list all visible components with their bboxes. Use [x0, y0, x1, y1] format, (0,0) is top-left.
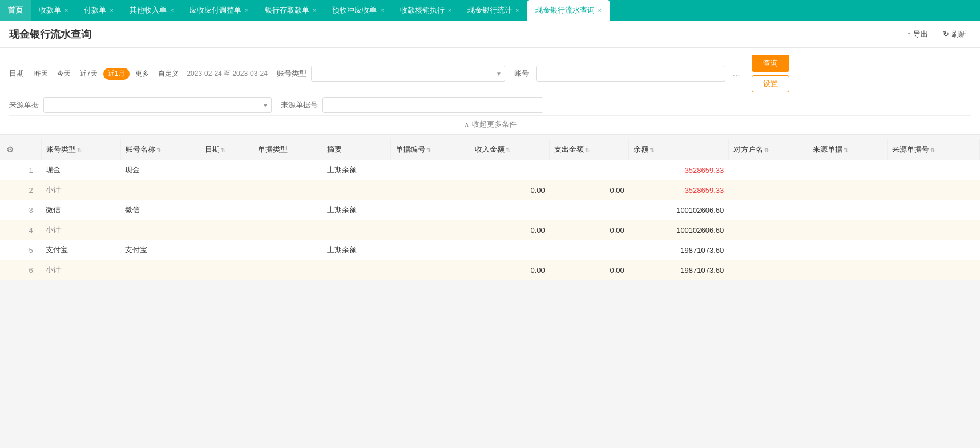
td-account-name: 微信: [120, 200, 200, 220]
th-source_doc_no[interactable]: 来源单据号⇅: [887, 139, 979, 160]
nav-item-receipt[interactable]: 收款单×: [31, 0, 76, 21]
source-doc-select[interactable]: [43, 97, 272, 113]
th-date[interactable]: 日期⇅: [200, 139, 253, 160]
td-date: [200, 260, 253, 280]
source-doc-no-filter-group: 来源单据号: [281, 97, 543, 113]
th-expense[interactable]: 支出金额⇅: [550, 139, 629, 160]
td-source-doc-no: [887, 240, 979, 260]
td-source-doc: [808, 200, 887, 220]
th-account_name[interactable]: 账号名称⇅: [120, 139, 200, 160]
nav-item-bank-deposit[interactable]: 银行存取款单×: [257, 0, 324, 21]
table-body: 1现金现金上期余额-3528659.332小计0.000.00-3528659.…: [0, 160, 980, 280]
td-account-type: 小计: [41, 180, 120, 200]
data-table: ⚙账号类型⇅账号名称⇅日期⇅单据类型摘要单据编号⇅收入金额⇅支出金额⇅余额⇅对方…: [0, 139, 980, 280]
date-shortcuts: 昨天今天近7天近1月更多自定义2023-02-24 至 2023-03-24: [31, 68, 268, 80]
header-actions: ↑ 导出 ↻ 刷新: [903, 27, 971, 42]
source-doc-label: 来源单据: [9, 100, 39, 110]
nav-close-bank-deposit[interactable]: ×: [313, 0, 316, 21]
source-doc-no-input[interactable]: [322, 97, 543, 113]
th-balance[interactable]: 余额⇅: [629, 139, 729, 160]
balance-value: -3528659.33: [682, 166, 724, 175]
td-balance: 19871073.60: [629, 240, 729, 260]
sort-icon-doc_no[interactable]: ⇅: [426, 147, 431, 153]
nav-close-verify-exec[interactable]: ×: [448, 0, 451, 21]
nav-item-verify-exec[interactable]: 收款核销执行×: [392, 0, 459, 21]
subtotal-label: 小计: [46, 265, 61, 274]
subtotal-label: 小计: [46, 185, 61, 194]
query-button[interactable]: 查询: [752, 55, 789, 72]
nav-item-cash-flow-query[interactable]: 现金银行流水查询×: [527, 0, 610, 21]
source-doc-filter-group: 来源单据: [9, 97, 272, 113]
td-source-doc-no: [887, 180, 979, 200]
table-row: 4小计0.000.00100102606.60: [0, 220, 980, 240]
account-more-icon[interactable]: ...: [730, 68, 742, 79]
sort-icon-account_name[interactable]: ⇅: [156, 147, 161, 153]
date-shortcut-更多[interactable]: 更多: [132, 68, 152, 80]
date-shortcut-自定义[interactable]: 自定义: [155, 68, 182, 80]
sort-icon-account_type[interactable]: ⇅: [77, 147, 82, 153]
th-doc_no[interactable]: 单据编号⇅: [391, 139, 470, 160]
date-shortcut-近1月[interactable]: 近1月: [103, 68, 130, 80]
sort-icon-income[interactable]: ⇅: [506, 147, 510, 153]
collapse-conditions[interactable]: ∧ 收起更多条件: [9, 115, 971, 130]
date-shortcut-近7天[interactable]: 近7天: [76, 68, 101, 80]
td-expense: 0.00: [550, 260, 629, 280]
td-counterpart: [728, 220, 808, 240]
settings-button[interactable]: 设置: [752, 75, 789, 92]
table-row: 1现金现金上期余额-3528659.33: [0, 160, 980, 180]
nav-close-other-income[interactable]: ×: [170, 0, 174, 21]
account-filter-group: 账号 ...: [514, 66, 743, 82]
nav-close-ar-ap-adjust[interactable]: ×: [245, 0, 248, 21]
sort-icon-date[interactable]: ⇅: [221, 147, 225, 153]
nav-close-cash-flow-query[interactable]: ×: [598, 0, 602, 21]
sort-icon-expense[interactable]: ⇅: [585, 147, 590, 153]
date-shortcut-昨天[interactable]: 昨天: [31, 68, 51, 80]
td-balance: 100102606.60: [629, 220, 729, 240]
nav-close-receipt[interactable]: ×: [64, 0, 68, 21]
nav-close-pre-receipt[interactable]: ×: [380, 0, 384, 21]
nav-item-pre-receipt[interactable]: 预收冲应收单×: [324, 0, 392, 21]
td-source-doc-no: [887, 160, 979, 180]
th-counterpart[interactable]: 对方户名⇅: [728, 139, 808, 160]
td-income: [470, 200, 550, 220]
account-type-select[interactable]: [311, 66, 505, 82]
td-account-type: 小计: [41, 260, 120, 280]
nav-close-cash-bank-stat[interactable]: ×: [515, 0, 519, 21]
nav-item-payment[interactable]: 付款单×: [76, 0, 121, 21]
table-container: ⚙账号类型⇅账号名称⇅日期⇅单据类型摘要单据编号⇅收入金额⇅支出金额⇅余额⇅对方…: [0, 139, 980, 280]
page-title: 现金银行流水查询: [9, 27, 91, 41]
date-shortcut-今天[interactable]: 今天: [54, 68, 74, 80]
sort-icon-counterpart[interactable]: ⇅: [764, 147, 769, 153]
nav-item-ar-ap-adjust[interactable]: 应收应付调整单×: [182, 0, 256, 21]
account-input[interactable]: [536, 66, 726, 82]
sort-icon-source_doc[interactable]: ⇅: [844, 147, 848, 153]
nav-item-cash-bank-stat[interactable]: 现金银行统计×: [459, 0, 527, 21]
td-account-type: 支付宝: [41, 240, 120, 260]
td-date: [200, 180, 253, 200]
th-income[interactable]: 收入金额⇅: [470, 139, 550, 160]
td-expense: 0.00: [550, 180, 629, 200]
nav-close-payment[interactable]: ×: [110, 0, 113, 21]
table-header-row: ⚙账号类型⇅账号名称⇅日期⇅单据类型摘要单据编号⇅收入金额⇅支出金额⇅余额⇅对方…: [0, 139, 980, 160]
td-doc-no: [391, 220, 470, 240]
td-source-doc-no: [887, 260, 979, 280]
td-income: 0.00: [470, 260, 550, 280]
th-source_doc[interactable]: 来源单据⇅: [808, 139, 887, 160]
th-account_type[interactable]: 账号类型⇅: [41, 139, 120, 160]
td-counterpart: [728, 240, 808, 260]
export-button[interactable]: ↑ 导出: [903, 27, 933, 42]
td-doc-no: [391, 180, 470, 200]
td-source-doc: [808, 180, 887, 200]
collapse-label: 收起更多条件: [472, 119, 517, 130]
table-row: 2小计0.000.00-3528659.33: [0, 180, 980, 200]
td-summary: [322, 180, 391, 200]
nav-item-home[interactable]: 首页: [0, 0, 31, 21]
export-icon: ↑: [908, 30, 912, 38]
table-head: ⚙账号类型⇅账号名称⇅日期⇅单据类型摘要单据编号⇅收入金额⇅支出金额⇅余额⇅对方…: [0, 139, 980, 160]
td-account-name: [120, 220, 200, 240]
sort-icon-balance[interactable]: ⇅: [650, 147, 654, 153]
table-settings-icon[interactable]: ⚙: [6, 144, 14, 154]
sort-icon-source_doc_no[interactable]: ⇅: [930, 147, 935, 153]
refresh-button[interactable]: ↻ 刷新: [938, 27, 971, 42]
nav-item-other-income[interactable]: 其他收入单×: [122, 0, 182, 21]
